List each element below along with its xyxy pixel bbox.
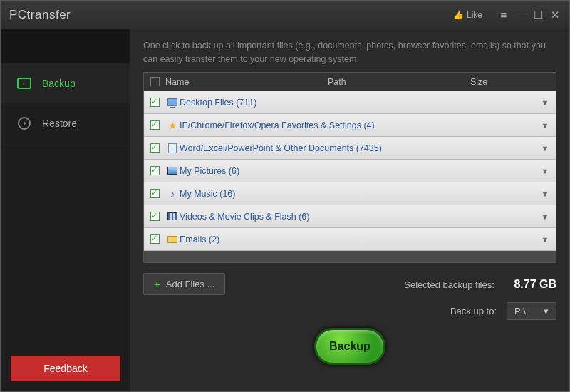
row-checkbox[interactable]: [150, 166, 160, 175]
plus-icon: +: [154, 278, 160, 290]
chevron-down-icon[interactable]: ▼: [534, 167, 556, 175]
chevron-down-icon[interactable]: ▼: [534, 144, 556, 153]
sidebar: Backup Restore Feedback: [1, 29, 130, 391]
sidebar-item-restore[interactable]: Restore: [1, 103, 130, 143]
mail-icon: [165, 236, 180, 243]
list-row[interactable]: Word/Excel/PowerPoint & Other Documents …: [144, 137, 556, 160]
monitor-icon: [165, 98, 180, 106]
row-checkbox[interactable]: [150, 98, 160, 107]
chevron-down-icon[interactable]: ▼: [534, 98, 556, 107]
pic-icon: [165, 167, 180, 175]
backup-to-row: Back up to: P:\ ▾: [143, 302, 556, 320]
row-checkbox[interactable]: [150, 189, 160, 198]
list-row[interactable]: Emails (2)▼: [144, 228, 556, 251]
row-label: Emails (2): [180, 234, 534, 244]
thumbs-up-icon: 👍: [453, 10, 464, 20]
drive-value: P:\: [514, 306, 526, 316]
row-label: Desktop Files (711): [180, 98, 534, 108]
titlebar: PCtransfer 👍 Like ≡ — ☐ ✕: [1, 1, 569, 29]
like-label: Like: [467, 10, 482, 20]
selected-label: Selected backup files:: [404, 279, 494, 290]
column-size[interactable]: Size: [470, 77, 556, 87]
chevron-down-icon[interactable]: ▼: [534, 212, 556, 221]
like-button[interactable]: 👍 Like: [453, 10, 482, 20]
feedback-button[interactable]: Feedback: [11, 356, 120, 381]
maximize-icon[interactable]: ☐: [532, 9, 544, 21]
music-icon: ♪: [165, 188, 180, 200]
app-window: PCtransfer 👍 Like ≡ — ☐ ✕ Backup Restore…: [0, 0, 570, 392]
column-path[interactable]: Path: [328, 77, 470, 87]
list-row[interactable]: ★IE/Chrome/Firefox/Opera Favorites & Set…: [144, 114, 556, 137]
backup-to-label: Back up to:: [450, 306, 497, 316]
select-all-checkbox[interactable]: [150, 77, 160, 86]
list-row[interactable]: Videos & Movie Clips & Flash (6)▼: [144, 205, 556, 228]
footer: Backup: [143, 320, 556, 373]
intro-text: One click to back up all important files…: [143, 39, 556, 72]
below-list-bar: + Add Files ... Selected backup files: 8…: [143, 273, 556, 295]
add-files-button[interactable]: + Add Files ...: [143, 273, 225, 295]
list-row[interactable]: Desktop Files (711)▼: [144, 91, 556, 114]
sidebar-item-backup[interactable]: Backup: [1, 63, 130, 103]
selected-size: 8.77 GB: [514, 278, 556, 290]
row-checkbox[interactable]: [150, 212, 160, 221]
row-label: Videos & Movie Clips & Flash (6): [180, 212, 534, 222]
list-header: Name Path Size: [144, 73, 556, 91]
selected-info: Selected backup files: 8.77 GB: [404, 278, 556, 291]
column-name[interactable]: Name: [165, 77, 328, 87]
file-list: Name Path Size Desktop Files (711)▼★IE/C…: [143, 72, 556, 263]
body: Backup Restore Feedback One click to bac…: [1, 29, 569, 391]
row-label: IE/Chrome/Firefox/Opera Favorites & Sett…: [180, 120, 534, 130]
doc-icon: [165, 143, 180, 153]
sidebar-item-label: Restore: [42, 118, 77, 129]
chevron-down-icon[interactable]: ▼: [534, 190, 556, 198]
row-checkbox[interactable]: [150, 120, 160, 130]
list-row[interactable]: ♪My Music (16)▼: [144, 182, 556, 205]
main-panel: One click to back up all important files…: [130, 29, 569, 391]
sidebar-logo-area: [1, 29, 130, 63]
drive-dropdown[interactable]: P:\ ▾: [507, 302, 556, 320]
list-row[interactable]: My Pictures (6)▼: [144, 160, 556, 182]
list-rows: Desktop Files (711)▼★IE/Chrome/Firefox/O…: [144, 91, 556, 262]
menu-icon[interactable]: ≡: [498, 9, 509, 21]
chevron-down-icon[interactable]: ▼: [534, 235, 556, 244]
sidebar-item-label: Backup: [42, 78, 76, 89]
star-icon: ★: [165, 120, 180, 131]
row-label: Word/Excel/PowerPoint & Other Documents …: [180, 143, 534, 153]
backup-icon: [16, 76, 32, 91]
feedback-label: Feedback: [43, 363, 87, 374]
chevron-down-icon[interactable]: ▼: [534, 121, 556, 130]
row-checkbox[interactable]: [150, 234, 160, 244]
video-icon: [165, 212, 180, 220]
restore-icon: [16, 115, 32, 131]
chevron-down-icon: ▾: [544, 306, 549, 316]
row-label: My Pictures (6): [180, 166, 534, 176]
row-checkbox[interactable]: [150, 143, 160, 153]
add-files-label: Add Files ...: [166, 279, 215, 289]
backup-button-label: Backup: [329, 340, 370, 353]
minimize-icon[interactable]: —: [515, 9, 527, 21]
app-title: PCtransfer: [9, 8, 71, 22]
close-icon[interactable]: ✕: [549, 9, 561, 21]
row-label: My Music (16): [180, 189, 534, 199]
backup-button[interactable]: Backup: [314, 328, 385, 365]
